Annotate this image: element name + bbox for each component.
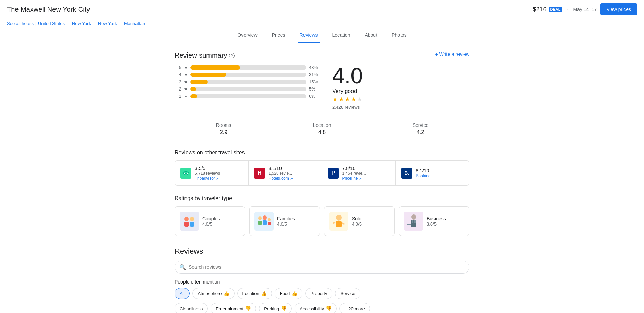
tab-overview[interactable]: Overview [235,28,259,43]
priceline-logo: P [328,168,339,179]
svg-rect-8 [190,222,194,227]
bar-row-3: 3 ★ 15% [175,79,319,84]
hotels-info: 8.1/10 1,528 revie... Hotels.com↗ [269,166,293,181]
travel-sites: 3.5/5 5,718 reviews Tripadvisor↗ H 8.1/1… [175,160,469,186]
svg-point-22 [411,214,416,220]
chip-location[interactable]: Location👍 [237,288,272,299]
bar-fill-3 [190,80,208,84]
families-illustration [254,212,274,231]
tab-prices[interactable]: Prices [270,28,287,43]
svg-rect-26 [407,224,411,225]
arrow1: → [67,22,70,26]
sub-score-service: Service 4.2 [371,122,469,135]
price: $216 [533,6,547,13]
business-info: Business 3.6/5 [427,216,446,227]
search-wrapper: 🔍 [175,261,469,274]
view-prices-button[interactable]: View prices [600,3,637,15]
svg-point-2 [184,173,185,174]
booking-logo: B. [401,168,412,179]
write-review-link[interactable]: + Write a review [435,51,470,57]
traveler-couples[interactable]: Couples 4.0/5 [175,206,245,236]
breadcrumb-see-all[interactable]: See all hotels [7,21,34,26]
bar-fill-4 [190,73,226,77]
star-1: ★ [332,96,338,103]
couples-info: Couples 4.0/5 [202,216,220,227]
bar-track-3 [190,80,306,84]
chip-food[interactable]: Food👍 [275,288,303,299]
top-bar: The Maxwell New York City $216 DEAL · Ma… [0,0,644,19]
business-illustration [404,212,423,231]
solo-illustration [329,212,348,231]
solo-info: Solo 4.0/5 [352,216,362,227]
score-label: Very good [332,88,357,94]
svg-point-7 [190,217,194,221]
bar-fill-1 [190,94,197,98]
bar-row-4: 4 ★ 31% [175,72,319,77]
tab-about[interactable]: About [362,28,379,43]
chip-property[interactable]: Property [305,288,332,299]
svg-rect-11 [258,221,262,225]
top-right: $216 DEAL · May 14–17 View prices [533,3,637,15]
breadcrumb-area[interactable]: Manhattan [124,21,145,26]
sub-score-rooms: Rooms 2.9 [175,122,273,135]
sub-scores: Rooms 2.9 Location 4.8 Service 4.2 [175,117,469,141]
traveler-types: Couples 4.0/5 Families 4.0/5 [175,206,469,236]
other-sites-title: Reviews on other travel sites [175,149,469,156]
svg-point-5 [184,217,189,221]
chip-all[interactable]: All [175,288,190,299]
traveler-business[interactable]: Business 3.6/5 [399,206,469,236]
deal-badge: DEAL [549,7,562,12]
breadcrumb-country[interactable]: United States [38,21,65,26]
info-icon[interactable]: ? [229,53,235,58]
traveler-types-title: Ratings by traveler type [175,195,469,202]
bar-track-5 [190,65,306,70]
priceline-info: 7.8/10 1,454 revie... Priceline↗ [342,166,366,181]
svg-rect-15 [268,222,271,225]
hotels-logo: H [254,168,265,179]
site-hotels[interactable]: H 8.1/10 1,528 revie... Hotels.com↗ [249,161,322,185]
chip-accessibility[interactable]: Accessibility👎 [295,303,337,313]
chip-parking[interactable]: Parking👎 [259,303,292,313]
traveler-families[interactable]: Families 4.0/5 [249,206,320,236]
chip-entertainment[interactable]: Entertainment👎 [211,303,256,313]
svg-point-14 [268,218,271,221]
chip-more[interactable]: + 20 more [339,303,370,313]
svg-point-17 [336,215,342,221]
bar-row-1: 1 ★ 6% [175,94,319,99]
traveler-solo[interactable]: Solo 4.0/5 [324,206,395,236]
site-booking[interactable]: B. 8.1/10 Booking. [396,161,469,185]
breadcrumb-state[interactable]: New York [72,21,91,26]
svg-rect-25 [414,220,416,223]
bar-fill-5 [190,65,240,70]
svg-rect-24 [412,220,413,223]
rating-bars: 5 ★ 43% 4 ★ 31% 3 ★ 1 [175,65,319,110]
svg-rect-6 [184,222,189,227]
booking-info: 8.1/10 Booking. [416,168,432,178]
chip-atmosphere[interactable]: Atmosphere👍 [192,288,234,299]
price-badge: $216 DEAL [533,6,562,13]
tab-location[interactable]: Location [330,28,353,43]
tab-reviews[interactable]: Reviews [298,28,320,43]
reviews-section: Reviews 🔍 People often mention All Atmos… [175,247,469,313]
chip-service[interactable]: Service [335,288,360,299]
arrow2: → [93,22,96,26]
review-summary-label: Review summary [175,51,227,59]
overall-score: 4.0 Very good ★ ★ ★ ★ ★ 2,428 reviews [332,65,363,110]
site-priceline[interactable]: P 7.8/10 1,454 revie... Priceline↗ [322,161,396,185]
bar-fill-2 [190,87,196,91]
search-reviews-input[interactable] [175,261,469,274]
review-count: 2,428 reviews [332,105,360,110]
star-2: ★ [338,96,344,103]
chips-row1: All Atmosphere👍 Location👍 Food👍 Property… [175,288,469,299]
hotel-title: The Maxwell New York City [7,5,90,13]
bar-track-1 [190,94,306,98]
chip-cleanliness[interactable]: Cleanliness [175,303,208,313]
breadcrumb-city[interactable]: New York [98,21,117,26]
families-info: Families 4.0/5 [277,216,295,227]
svg-point-3 [187,173,188,174]
tab-photos[interactable]: Photos [390,28,409,43]
site-tripadvisor[interactable]: 3.5/5 5,718 reviews Tripadvisor↗ [175,161,249,185]
couples-illustration [180,212,199,231]
dot-sep: · [567,7,569,12]
bar-row-5: 5 ★ 43% [175,65,319,70]
